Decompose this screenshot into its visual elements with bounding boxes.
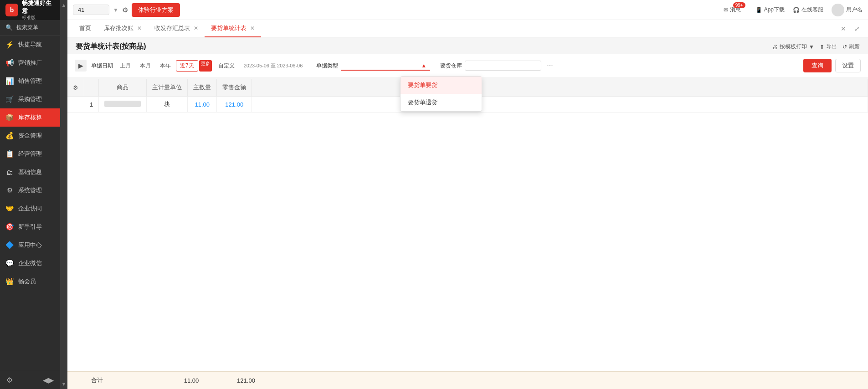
col-amount: 零售金额 bbox=[217, 79, 252, 97]
sidebar-item-member[interactable]: 👑 畅会员 bbox=[0, 272, 60, 291]
filter-custom-btn[interactable]: 自定义 bbox=[215, 61, 238, 71]
row-index: 1 bbox=[84, 97, 99, 113]
cooperation-icon: 🤝 bbox=[5, 205, 14, 213]
query-btn[interactable]: 查询 bbox=[803, 59, 832, 72]
sidebar-item-inventory[interactable]: 📦 库存核算 bbox=[0, 108, 60, 127]
tab-collection-summary[interactable]: 收发存汇总表 ✕ bbox=[148, 20, 205, 37]
settings-btn[interactable]: 设置 bbox=[835, 59, 861, 72]
filter-week-btn[interactable]: 近7天 bbox=[176, 60, 198, 72]
filter-type-select-wrap: ▲ bbox=[341, 61, 426, 71]
dropdown-option-goods[interactable]: 要货单要货 bbox=[401, 77, 482, 94]
sidebar-item-cooperation[interactable]: 🤝 企业协同 bbox=[0, 200, 60, 218]
tab-close-order-stat[interactable]: ✕ bbox=[250, 25, 255, 31]
sidebar-item-appstore[interactable]: 🔷 应用中心 bbox=[0, 236, 60, 254]
logo-main-text: 畅捷通好生意 bbox=[22, 0, 55, 15]
tab-close-all-icon[interactable]: ✕ bbox=[838, 24, 849, 33]
tab-close-inventory-batch[interactable]: ✕ bbox=[137, 25, 142, 31]
sidebar-item-label: 资金管理 bbox=[18, 132, 42, 140]
filter-actions: 查询 设置 bbox=[803, 59, 861, 72]
col-extra bbox=[252, 79, 868, 97]
sidebar-item-label: 采购管理 bbox=[18, 95, 42, 103]
filter-bar: ▶ 单据日期 上月 本月 本年 近7天 更多 自定义 2023-05-06 至 … bbox=[67, 54, 868, 77]
sidebar-item-basic[interactable]: 🗂 基础信息 bbox=[0, 163, 60, 181]
col-gear[interactable]: ⚙ bbox=[67, 79, 84, 97]
filter-warehouse-input[interactable] bbox=[465, 61, 541, 71]
sidebar-item-label: 企业协同 bbox=[18, 205, 42, 213]
print-template-btn[interactable]: 🖨 按模板打印 ▼ bbox=[772, 43, 814, 51]
messages-btn[interactable]: ✉ 消息 99+ bbox=[724, 6, 741, 14]
footer-amount: 121.00 bbox=[219, 377, 273, 384]
export-label: 导出 bbox=[826, 43, 837, 51]
topbar-right: ✉ 消息 99+ 📱 App下载 🎧 在线客服 用户名 bbox=[724, 4, 863, 16]
table-wrap: ⚙ 商品 主计量单位 主数量 零售金额 1 bbox=[67, 79, 868, 371]
app-download-label: App下载 bbox=[764, 6, 785, 14]
sidebar-footer: ⚙ ◀▶ bbox=[0, 371, 60, 389]
sidebar-item-purchase[interactable]: 🛒 采购管理 bbox=[0, 90, 60, 108]
sidebar-item-finance[interactable]: 💰 资金管理 bbox=[0, 127, 60, 145]
online-service-btn[interactable]: 🎧 在线客服 bbox=[793, 6, 823, 14]
tab-order-stat-label: 要货单统计表 bbox=[211, 24, 247, 32]
sidebar-item-system[interactable]: ⚙ 系统管理 bbox=[0, 181, 60, 200]
user-avatar-wrap[interactable]: 用户名 bbox=[832, 4, 863, 16]
export-btn[interactable]: ⬆ 导出 bbox=[820, 43, 837, 51]
date-label: 单据日期 bbox=[91, 62, 113, 70]
topbar-dropdown-icon[interactable]: ▼ bbox=[113, 7, 118, 13]
tab-close-collection[interactable]: ✕ bbox=[194, 25, 198, 31]
topbar-number[interactable]: 41 bbox=[73, 5, 109, 15]
trial-btn[interactable]: 体验行业方案 bbox=[132, 3, 180, 17]
settings-icon[interactable]: ⚙ bbox=[6, 376, 13, 384]
sidebar-item-label: 企业微信 bbox=[18, 259, 42, 267]
scroll-down-icon[interactable]: ▼ bbox=[62, 381, 67, 387]
filter-expand-btn[interactable]: ▶ bbox=[75, 60, 87, 72]
app-download-icon: 📱 bbox=[755, 7, 762, 13]
filter-current-month-btn[interactable]: 本月 bbox=[136, 60, 155, 72]
tab-home[interactable]: 首页 bbox=[73, 20, 98, 37]
sales-icon: 📊 bbox=[5, 77, 14, 85]
service-label: 在线客服 bbox=[801, 6, 823, 14]
footer-label: 合计 bbox=[73, 376, 164, 384]
sidebar-item-operation[interactable]: 📋 经营管理 bbox=[0, 145, 60, 163]
sidebar-search-label: 搜索菜单 bbox=[16, 24, 38, 31]
sidebar-scroll-side: ▲ ▼ bbox=[60, 0, 67, 389]
message-icon: ✉ bbox=[724, 7, 728, 13]
toggle-sidebar-icon[interactable]: ◀▶ bbox=[43, 376, 54, 384]
row-checkbox[interactable] bbox=[67, 97, 84, 113]
more-options-badge[interactable]: 更多 bbox=[199, 60, 212, 72]
tab-inventory-batch[interactable]: 库存批次账 ✕ bbox=[98, 20, 148, 37]
app-download-btn[interactable]: 📱 App下载 bbox=[755, 6, 785, 14]
sidebar-item-sales[interactable]: 📊 销售管理 bbox=[0, 72, 60, 90]
sidebar-item-wechat[interactable]: 💬 企业微信 bbox=[0, 254, 60, 272]
tab-order-stat[interactable]: 要货单统计表 ✕ bbox=[205, 20, 261, 37]
filter-date-group: 单据日期 上月 本月 本年 近7天 更多 自定义 bbox=[91, 60, 238, 72]
message-badge: 99+ bbox=[733, 2, 745, 8]
filter-date-range: 2023-05-06 至 2023-06-06 bbox=[244, 62, 303, 69]
operation-icon: 📋 bbox=[5, 150, 14, 158]
filter-year-btn[interactable]: 本年 bbox=[156, 60, 175, 72]
dropdown-option-return[interactable]: 要货单退货 bbox=[401, 94, 482, 111]
sidebar-item-label: 营销推广 bbox=[18, 59, 42, 67]
system-icon: ⚙ bbox=[5, 186, 14, 194]
filter-more-icon[interactable]: ··· bbox=[544, 61, 555, 70]
tabs-bar-actions: ✕ ⤢ bbox=[838, 24, 863, 33]
sidebar-item-quick-nav[interactable]: ⚡ 快捷导航 bbox=[0, 36, 60, 54]
topbar-gear-icon[interactable]: ⚙ bbox=[122, 6, 128, 14]
user-name: 用户名 bbox=[846, 6, 863, 14]
quick-nav-icon: ⚡ bbox=[5, 41, 14, 49]
sidebar-item-guide[interactable]: 🎯 新手引导 bbox=[0, 218, 60, 236]
scroll-up-icon[interactable]: ▲ bbox=[62, 2, 67, 8]
topbar: 41 ▼ ⚙ 体验行业方案 ✉ 消息 99+ 📱 App下载 🎧 在线客服 bbox=[67, 0, 868, 20]
print-chevron-icon: ▼ bbox=[809, 44, 814, 50]
page-header: 要货单统计表(按商品) 🖨 按模板打印 ▼ ⬆ 导出 ↺ 刷新 bbox=[67, 37, 868, 54]
tab-expand-icon[interactable]: ⤢ bbox=[852, 24, 863, 33]
sidebar-search[interactable]: 🔍 搜索菜单 bbox=[0, 20, 60, 36]
row-amount: 121.00 bbox=[217, 97, 252, 113]
filter-type-input[interactable] bbox=[341, 61, 430, 71]
sidebar-item-label: 新手引导 bbox=[18, 223, 42, 231]
page-title: 要货单统计表(按商品) bbox=[76, 42, 146, 51]
refresh-btn[interactable]: ↺ 刷新 bbox=[842, 43, 860, 51]
sidebar-item-marketing[interactable]: 📢 营销推广 bbox=[0, 54, 60, 72]
wechat-icon: 💬 bbox=[5, 259, 14, 267]
col-unit: 主计量单位 bbox=[147, 79, 188, 97]
filter-prev-month-btn[interactable]: 上月 bbox=[116, 60, 135, 72]
page-header-actions: 🖨 按模板打印 ▼ ⬆ 导出 ↺ 刷新 bbox=[772, 43, 860, 51]
